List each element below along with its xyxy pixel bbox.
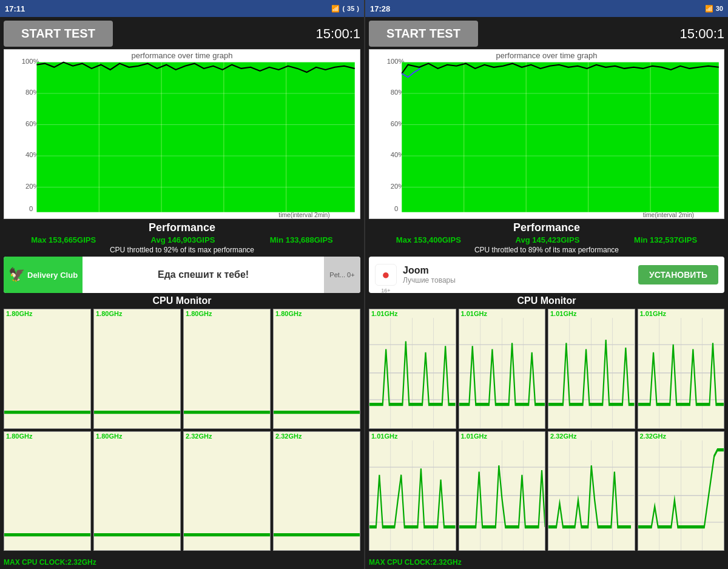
- signal-icon-2: 📶: [705, 5, 713, 13]
- cpu-graph-1-3: [184, 318, 270, 428]
- cpu-cell2-1-2: 1.01GHz: [459, 309, 546, 429]
- content-area-1: START TEST 15:00:1 performance over time…: [0, 17, 364, 554]
- cpu-graph2-2-4: [638, 440, 724, 551]
- start-test-button-2[interactable]: START TEST: [369, 21, 478, 47]
- cpu-label2-2-4: 2.32GHz: [638, 432, 724, 440]
- ad-banner-right-1: Pet... 0+: [324, 257, 360, 293]
- cpu-graph-2-1: [4, 440, 90, 551]
- graph-svg-2: 100% 80% 60% 40% 20% 0 time(interva: [369, 50, 724, 218]
- joom-install-button[interactable]: УСТАНОВИТЬ: [638, 265, 718, 284]
- performance-stats-1: Max 153,665GIPS Avg 146,903GIPS Min 133,…: [4, 235, 360, 244]
- cpu-label-1-3: 1.80GHz: [184, 309, 270, 318]
- cpu-cell2-2-3: 2.32GHz: [548, 431, 635, 551]
- performance-graph-1: performance over time graph 100% 80% 60%…: [4, 49, 360, 219]
- avg-stat-2: Avg 145,423GIPS: [516, 235, 580, 244]
- signal-level-1: (: [342, 5, 345, 12]
- top-row-1: START TEST 15:00:1: [4, 21, 360, 47]
- battery-icon-1: ): [357, 5, 359, 12]
- cpu-label-1-2: 1.80GHz: [94, 309, 180, 318]
- cpu-label-1-4: 1.80GHz: [274, 309, 360, 318]
- cpu-label-2-3: 2.32GHz: [184, 432, 270, 440]
- cpu-graph2-1-3: [548, 318, 635, 428]
- cpu-label2-1-4: 1.01GHz: [638, 309, 724, 318]
- cpu-cell2-1-1: 1.01GHz: [369, 309, 456, 429]
- performance-section-1: Performance Max 153,665GIPS Avg 146,903G…: [4, 221, 360, 254]
- cpu-graph2-1-1: [369, 318, 456, 428]
- avg-stat-1: Avg 146,903GIPS: [151, 235, 215, 244]
- panel-2: 17:28 📶 30 START TEST 15:00:1 performanc…: [364, 0, 728, 569]
- cpu-label-1-1: 1.80GHz: [4, 309, 90, 318]
- svg-rect-38: [402, 62, 719, 212]
- throttle-text-2: CPU throttled to 89% of its max performa…: [369, 246, 724, 254]
- cpu-label2-2-1: 1.01GHz: [369, 432, 456, 440]
- cpu-cell2-1-4: 1.01GHz: [638, 309, 725, 429]
- bottom-bar-2: MAX CPU CLOCK:2.32GHz: [365, 554, 728, 569]
- max-stat-2: Max 153,400GIPS: [396, 235, 461, 244]
- graph-title-2: performance over time graph: [369, 51, 724, 60]
- cpu-cell2-2-2: 1.01GHz: [459, 431, 546, 551]
- ad-banner-text-1: Еда спешит к тебе!: [83, 266, 324, 283]
- performance-section-2: Performance Max 153,400GIPS Avg 145,423G…: [369, 221, 724, 254]
- performance-stats-2: Max 153,400GIPS Avg 145,423GIPS Min 132,…: [369, 235, 724, 244]
- joom-info: Joom Лучшие товары: [403, 265, 632, 284]
- cpu-graph2-1-4: [638, 318, 724, 428]
- cpu-cell-2-1: 1.80GHz: [4, 431, 91, 551]
- battery-1: 35: [347, 5, 354, 12]
- cpu-label2-1-3: 1.01GHz: [548, 309, 635, 318]
- ad-banner-1[interactable]: 🦅 Delivery Club Еда спешит к тебе! Pet..…: [4, 257, 360, 293]
- cpu-label2-2-2: 1.01GHz: [459, 432, 545, 440]
- joom-ad-banner[interactable]: ● 16+ Joom Лучшие товары УСТАНОВИТЬ: [369, 257, 724, 293]
- joom-age-label: 16+: [376, 288, 396, 294]
- bottom-bar-1: MAX CPU CLOCK:2.32GHz: [0, 554, 364, 569]
- cpu-monitor-title-1: CPU Monitor: [4, 295, 360, 306]
- status-bar-2: 17:28 📶 30: [365, 0, 728, 17]
- ad-banner-brand-1: 🦅 Delivery Club: [4, 257, 83, 293]
- cpu-graph-2-3: [184, 440, 270, 551]
- timer-display-2: 15:00:1: [680, 26, 724, 42]
- min-stat-1: Min 133,688GIPS: [270, 235, 333, 244]
- cpu-cell-1-2: 1.80GHz: [93, 309, 181, 429]
- graph-title-1: performance over time graph: [4, 51, 360, 60]
- start-test-button-1[interactable]: START TEST: [4, 21, 113, 47]
- battery-2: 30: [716, 5, 723, 12]
- joom-logo: ● 16+: [375, 264, 397, 286]
- graph-svg-1: 100% 80% 60% 40% 20% 0: [4, 50, 360, 218]
- cpu-label-2-2: 1.80GHz: [94, 432, 180, 440]
- svg-rect-6: [36, 62, 354, 212]
- timer-display-1: 15:00:1: [316, 26, 360, 42]
- svg-text:0: 0: [29, 205, 33, 212]
- cpu-cell-1-4: 1.80GHz: [273, 309, 360, 429]
- cpu-grid-1: 1.80GHz 1.80GHz 1.80GHz: [4, 309, 360, 551]
- cpu-graph-2-4: [274, 440, 360, 551]
- status-time-2: 17:28: [370, 4, 390, 13]
- cpu-monitor-section-2: CPU Monitor 1.01GHz: [369, 295, 724, 551]
- ad-rating-1: Pet... 0+: [329, 271, 354, 278]
- cpu-graph-1-1: [4, 318, 90, 428]
- performance-title-1: Performance: [4, 221, 360, 234]
- throttle-text-1: CPU throttled to 92% of its max performa…: [4, 246, 360, 254]
- svg-text:time(interval 2min): time(interval 2min): [278, 212, 329, 218]
- cpu-graph2-2-3: [548, 440, 635, 551]
- joom-name: Joom: [403, 265, 632, 276]
- max-cpu-text-2: MAX CPU CLOCK:2.32GHz: [369, 558, 462, 567]
- joom-subtitle: Лучшие товары: [403, 276, 632, 284]
- ad-brand-name-1: Delivery Club: [27, 271, 78, 280]
- cpu-label-2-4: 2.32GHz: [274, 432, 360, 440]
- cpu-cell2-1-3: 1.01GHz: [548, 309, 635, 429]
- status-time-1: 17:11: [5, 4, 25, 13]
- content-area-2: START TEST 15:00:1 performance over time…: [365, 17, 728, 554]
- status-icons-2: 📶 30: [705, 5, 723, 13]
- max-stat-1: Max 153,665GIPS: [31, 235, 96, 244]
- cpu-cell-2-4: 2.32GHz: [273, 431, 360, 551]
- cpu-label2-1-1: 1.01GHz: [369, 309, 456, 318]
- cpu-graph2-1-2: [459, 318, 545, 428]
- cpu-monitor-title-2: CPU Monitor: [369, 295, 724, 306]
- cpu-cell-2-3: 2.32GHz: [183, 431, 271, 551]
- panel-1: 17:11 📶 ( 35 ) START TEST 15:00:1 perfor…: [0, 0, 364, 569]
- joom-logo-icon: ●: [382, 267, 389, 283]
- min-stat-2: Min 132,537GIPS: [634, 235, 697, 244]
- cpu-monitor-section-1: CPU Monitor 1.80GHz 1.80GHz: [4, 295, 360, 551]
- signal-icon-1: 📶: [331, 5, 340, 13]
- delivery-bird-icon: 🦅: [8, 267, 25, 283]
- cpu-graph-2-2: [94, 440, 180, 551]
